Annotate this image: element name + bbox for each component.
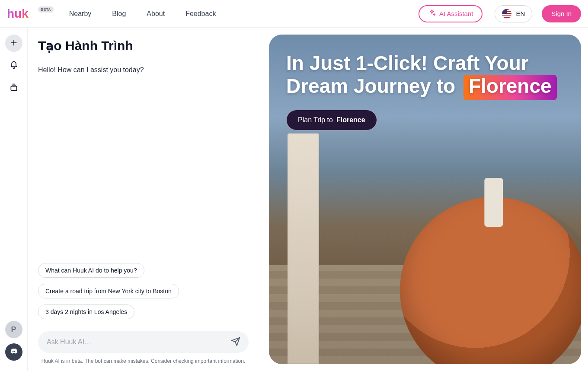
svg-rect-1 [11,86,16,90]
hero-line1: In Just 1-Click! Craft Your [286,52,529,74]
assistant-greeting: Hello! How can I assist you today? [38,66,249,74]
top-header: huk BETA Nearby Blog About Feedback AI A… [0,0,588,28]
send-icon [231,337,240,348]
suggestion-chip[interactable]: What can Huuk AI do to help you? [38,263,144,278]
ask-input-wrap [38,331,249,353]
stack-icon [10,83,18,93]
panel-spacer [38,74,249,263]
nav-nearby[interactable]: Nearby [69,10,92,18]
plus-icon [10,38,18,48]
suggestion-chip[interactable]: Create a road trip from New York city to… [38,284,179,298]
hero-line2a: Dream Journey to [286,75,455,97]
left-rail: P [0,28,28,371]
hero-image: In Just 1-Click! Craft Your Dream Journe… [269,35,581,364]
main-layout: P Tạo Hành Trình Hello! How can I assist… [0,28,588,371]
ask-input[interactable] [38,331,249,353]
language-button[interactable]: EN [495,5,532,22]
primary-nav: Nearby Blog About Feedback [69,10,216,18]
ai-assistant-label: AI Assistant [439,10,473,17]
plan-trip-prefix: Plan Trip to [298,116,333,124]
logo-wrap: huk BETA [7,7,54,20]
hero-destination: Florence [463,75,557,100]
nav-about[interactable]: About [147,10,165,18]
profile-avatar[interactable]: P [5,321,22,338]
language-label: EN [516,10,525,17]
suggestion-chips: What can Huuk AI do to help you? Create … [38,263,249,319]
discord-icon [10,347,18,357]
create-button[interactable] [5,35,22,52]
rail-footer: P [5,321,22,361]
beta-badge: BETA [38,6,54,13]
collections-button[interactable] [5,79,22,97]
bell-icon [10,61,18,71]
send-button[interactable] [228,334,243,350]
plan-trip-destination: Florence [336,116,365,124]
svg-text:huk: huk [7,7,29,20]
hero-overlay: In Just 1-Click! Craft Your Dream Journe… [269,35,581,364]
sparkle-icon [428,9,436,18]
nav-feedback[interactable]: Feedback [185,10,216,18]
notifications-button[interactable] [5,57,22,74]
discord-button[interactable] [5,343,22,361]
hero-headline: In Just 1-Click! Craft Your Dream Journe… [286,52,563,100]
brand-logo[interactable]: huk [7,7,37,20]
suggestion-chip[interactable]: 3 days 2 nights in Los Angeles [38,304,134,319]
disclaimer-text: Huuk AI is in beta. The bot can make mis… [38,358,249,364]
flag-us-icon [502,9,511,19]
hero-panel: In Just 1-Click! Craft Your Dream Journe… [261,28,588,371]
sign-in-button[interactable]: Sign In [542,5,581,22]
plan-trip-button[interactable]: Plan Trip to Florence [286,110,377,130]
ai-assistant-button[interactable]: AI Assistant [419,5,483,22]
nav-blog[interactable]: Blog [112,10,126,18]
page-title: Tạo Hành Trình [38,38,249,53]
chat-panel: Tạo Hành Trình Hello! How can I assist y… [28,28,261,371]
